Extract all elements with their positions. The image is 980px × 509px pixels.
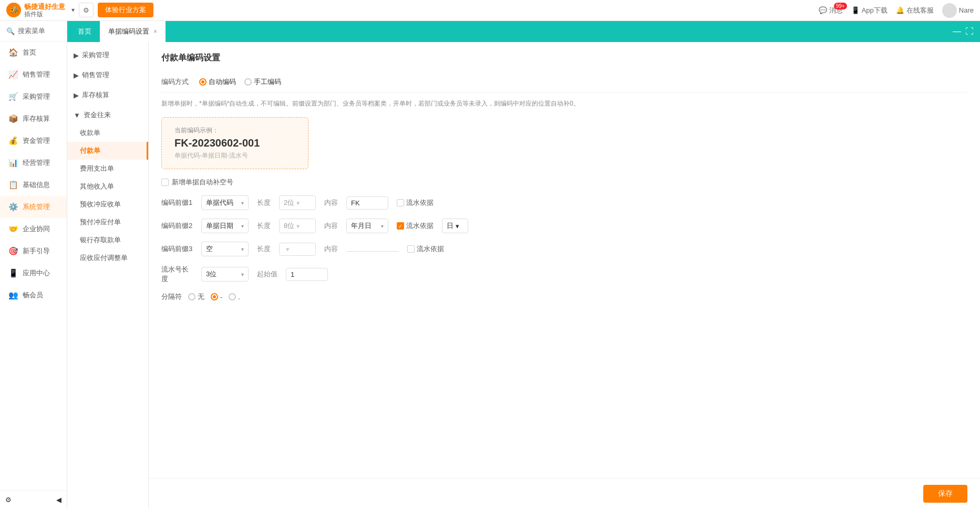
code-preview-label: 当前编码示例： [174, 126, 295, 135]
tab-home[interactable]: 首页 [69, 21, 100, 42]
nav-tabs-right: — ⛶ [953, 27, 978, 36]
sub-item-prepay-pay[interactable]: 预付冲应付单 [67, 213, 148, 231]
chevron-right-icon3: ▶ [74, 91, 79, 99]
encoding-method-label: 编码方式 [161, 77, 189, 87]
nav-tabs: 首页 单据编码设置 × — ⛶ [67, 21, 980, 42]
basic-icon: 📋 [8, 180, 18, 190]
serial-length-select[interactable]: 3位 ▾ [201, 267, 249, 282]
close-tab-icon[interactable]: × [153, 28, 157, 35]
messages-button[interactable]: 💬 消息 99+ [819, 6, 843, 15]
fund-icon: 💰 [8, 136, 18, 146]
sidebar-settings-icon[interactable]: ⚙ [5, 496, 12, 504]
settings-gear-button[interactable]: ⚙ [79, 3, 94, 17]
prefix1-label: 编码前缀1 [161, 198, 193, 207]
chevron-right-icon: ▶ [74, 51, 79, 59]
sidebar-item-member[interactable]: 👥 畅会员 [0, 284, 67, 306]
sep-dash[interactable]: - [211, 293, 222, 301]
system-icon: ⚙️ [8, 202, 18, 212]
chevron-down-icon2: ▼ [74, 111, 80, 119]
sep-dot-circle [229, 293, 236, 300]
encoding-method-row: 编码方式 自动编码 手工编码 [161, 72, 967, 92]
serial-length-arrow: ▾ [241, 272, 244, 277]
sidebar-collapse-icon[interactable]: ◀ [56, 496, 61, 504]
sub-item-payment[interactable]: 付款单 [67, 142, 148, 160]
prefix3-length-arrow: ▾ [286, 245, 290, 253]
sidebar-item-home[interactable]: 🏠 首页 [0, 41, 67, 64]
start-value-label: 起始值 [257, 269, 277, 279]
prefix1-stream-checkbox[interactable]: 流水依据 [397, 198, 434, 207]
auto-encoding-circle [199, 78, 207, 86]
prefix2-content-select[interactable]: 年月日 ▾ [346, 219, 388, 233]
sub-item-expense[interactable]: 费用支出单 [67, 160, 148, 178]
serial-row: 流水号长度 3位 ▾ 起始值 1 [161, 265, 967, 284]
prefix3-stream-checkbox[interactable]: 流水依据 [407, 244, 444, 254]
company-dropdown[interactable]: ▾ [69, 6, 75, 14]
prefix1-length-box: 2位 ▾ [279, 195, 316, 210]
sidebar-item-inventory[interactable]: 📦 库存核算 [0, 108, 67, 130]
prefix-row-1: 编码前缀1 单据代码 ▾ 长度 2位 ▾ 内容 [161, 195, 967, 210]
minimize-icon[interactable]: — [953, 27, 961, 36]
settings-grid: 编码前缀1 单据代码 ▾ 长度 2位 ▾ 内容 [161, 195, 967, 302]
start-value-input[interactable]: 1 [286, 268, 328, 281]
auto-encoding-radio[interactable]: 自动编码 [199, 77, 236, 87]
sep-dot[interactable]: . [229, 293, 240, 301]
sub-group-inventory: ▶ 库存核算 [67, 86, 148, 104]
prefix2-content-arrow: ▾ [381, 223, 384, 229]
sidebar-item-purchase[interactable]: 🛒 采购管理 [0, 86, 67, 108]
prefix-row-2: 编码前缀2 单据日期 ▾ 长度 8位 ▾ 内容 [161, 219, 967, 233]
sub-item-receipt[interactable]: 收款单 [67, 124, 148, 142]
sidebar: 🔍 搜索菜单 🏠 首页 📈 销售管理 🛒 采购管理 📦 库存核算 💰 资金管理 … [0, 21, 67, 509]
member-icon: 👥 [8, 290, 18, 300]
day-select-arrow: ▾ [456, 222, 459, 230]
sidebar-item-apps[interactable]: 📱 应用中心 [0, 262, 67, 284]
sub-group-capital-header[interactable]: ▼ 资金往来 [67, 106, 148, 124]
top-bar: 🐝 畅捷通好生意 插件版 ▾ ⚙ 体验行业方案 💬 消息 99+ 📱 App下载… [0, 0, 980, 21]
code-preview-box: 当前编码示例： FK-20230602-001 单据代码-单据日期-流水号 [161, 117, 308, 169]
sub-item-ar-ap-adjust[interactable]: 应收应付调整单 [67, 249, 148, 267]
chevron-right-icon2: ▶ [74, 71, 79, 79]
prefix2-length-box: 8位 ▾ [279, 219, 316, 233]
save-button[interactable]: 保存 [923, 485, 967, 503]
main-layout: 🔍 搜索菜单 🏠 首页 📈 销售管理 🛒 采购管理 📦 库存核算 💰 资金管理 … [0, 0, 980, 509]
separator-label: 分隔符 [161, 292, 182, 302]
search-menu[interactable]: 🔍 搜索菜单 [0, 21, 67, 41]
prefix1-content-input: FK [346, 196, 388, 210]
app-download-button[interactable]: 📱 App下载 [851, 6, 888, 15]
apps-icon: 📱 [8, 268, 18, 278]
prefix1-select-arrow: ▾ [241, 200, 244, 206]
sub-group-inventory-header[interactable]: ▶ 库存核算 [67, 86, 148, 104]
prefix2-select[interactable]: 单据日期 ▾ [201, 219, 249, 233]
sidebar-item-operation[interactable]: 📊 经营管理 [0, 152, 67, 174]
logo-icon: 🐝 [6, 3, 21, 17]
message-icon: 💬 [819, 6, 827, 14]
prefix2-select-arrow: ▾ [241, 223, 244, 229]
sub-item-prepay-receive[interactable]: 预收冲应收单 [67, 195, 148, 213]
sidebar-item-sales[interactable]: 📈 销售管理 [0, 64, 67, 86]
sidebar-item-enterprise[interactable]: 🤝 企业协同 [0, 218, 67, 240]
top-bar-right: 💬 消息 99+ 📱 App下载 🔔 在线客服 Nare [819, 3, 974, 18]
tab-encoding-settings[interactable]: 单据编码设置 × [100, 21, 166, 42]
prefix3-select[interactable]: 空 ▾ [201, 242, 249, 256]
inventory-icon: 📦 [8, 114, 18, 123]
prefix3-stream-box [407, 245, 415, 253]
serial-length-label: 流水号长度 [161, 265, 193, 284]
trial-button[interactable]: 体验行业方案 [98, 3, 153, 17]
prefix2-stream-checkbox[interactable]: ✓ 流水依据 [397, 221, 434, 231]
prefix1-select[interactable]: 单据代码 ▾ [201, 195, 249, 210]
sub-group-purchase-header[interactable]: ▶ 采购管理 [67, 46, 148, 64]
online-service-button[interactable]: 🔔 在线客服 [896, 6, 934, 15]
maximize-icon[interactable]: ⛶ [965, 27, 974, 36]
auto-fill-checkbox[interactable] [161, 179, 169, 186]
user-menu[interactable]: Nare [942, 3, 974, 18]
manual-encoding-radio[interactable]: 手工编码 [244, 77, 281, 87]
sidebar-item-basic[interactable]: 📋 基础信息 [0, 174, 67, 196]
sub-group-sales-header[interactable]: ▶ 销售管理 [67, 66, 148, 84]
sidebar-item-fund[interactable]: 💰 资金管理 [0, 130, 67, 152]
sidebar-item-system[interactable]: ⚙️ 系统管理 [0, 196, 67, 218]
sidebar-item-newguide[interactable]: 🎯 新手引导 [0, 240, 67, 262]
sub-item-other-income[interactable]: 其他收入单 [67, 178, 148, 195]
day-select[interactable]: 日 ▾ [442, 219, 468, 233]
sub-item-bank-deposit[interactable]: 银行存取款单 [67, 231, 148, 249]
separator-options: 无 - . [188, 292, 240, 302]
sep-none[interactable]: 无 [188, 292, 204, 302]
